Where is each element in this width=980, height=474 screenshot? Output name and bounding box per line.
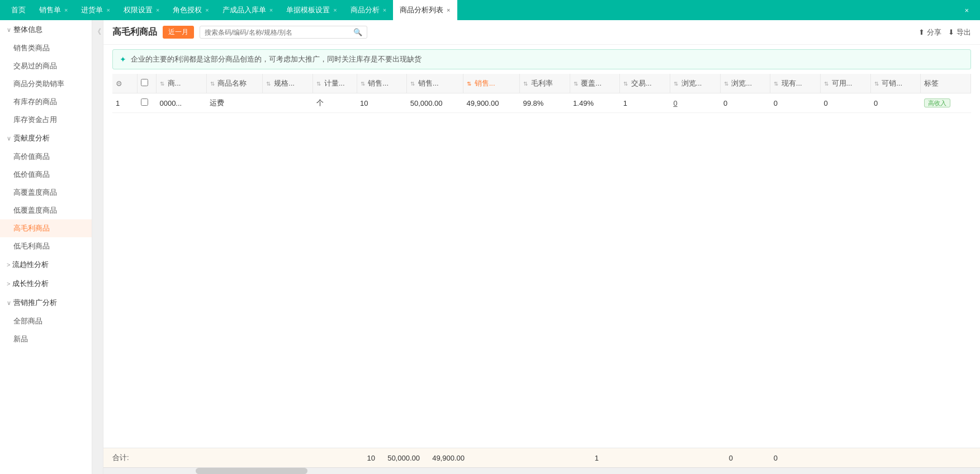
sidebar-item-all-products[interactable]: 全部商品: [0, 312, 92, 330]
cell-name: 运费: [206, 93, 263, 113]
sidebar-item-category-rate[interactable]: 商品分类助销率: [0, 75, 92, 93]
cell-code: 0000...: [156, 93, 206, 113]
close-icon[interactable]: ×: [64, 7, 68, 13]
nav-permissions[interactable]: 权限设置 ×: [117, 0, 166, 20]
close-icon[interactable]: ×: [447, 7, 450, 13]
footer-label: 合计:: [112, 453, 157, 463]
filter-button[interactable]: 近一月: [163, 26, 194, 39]
sidebar-item-high-coverage[interactable]: 高覆盖度商品: [0, 184, 92, 201]
cell-transactions: 1: [620, 93, 670, 113]
col-name: ⇅ 商品名称: [206, 74, 263, 93]
sidebar-group-growth[interactable]: > 成长性分析: [0, 274, 92, 293]
cell-browse1[interactable]: 0: [670, 93, 720, 113]
arrow-icon: ∨: [7, 135, 11, 142]
sort-icon[interactable]: ⇅: [774, 81, 778, 87]
nav-inventory[interactable]: 产成品入库单 ×: [216, 0, 280, 20]
close-icon[interactable]: ×: [156, 7, 159, 13]
arrow-icon: ∨: [7, 26, 11, 34]
horizontal-scrollbar[interactable]: [103, 467, 980, 474]
sort-icon[interactable]: ⇅: [523, 81, 528, 87]
sidebar-item-high-margin[interactable]: 高毛利商品: [0, 219, 92, 237]
cell-checkbox[interactable]: [138, 93, 157, 113]
col-unit: ⇅ 计量...: [313, 74, 357, 93]
sort-icon[interactable]: ⇅: [874, 81, 879, 87]
top-nav: 首页 销售单 × 进货单 × 权限设置 × 角色授权 × 产成品入库单 × 单据…: [0, 0, 980, 20]
sort-icon[interactable]: ⇅: [623, 81, 628, 87]
sort-icon[interactable]: ⇅: [361, 81, 365, 87]
cell-unit: 个: [313, 93, 357, 113]
search-icon[interactable]: 🔍: [353, 28, 362, 36]
col-browse1: ⇅ 浏览...: [670, 74, 720, 93]
close-icon[interactable]: ×: [383, 7, 386, 13]
sidebar-item-stocked-products[interactable]: 有库存的商品: [0, 93, 92, 111]
sidebar: ∨ 整体信息 销售类商品 交易过的商品 商品分类助销率 有库存的商品 库存资金占…: [0, 20, 92, 474]
search-box: 🔍: [200, 26, 367, 39]
sort-icon[interactable]: ⇅: [266, 81, 271, 87]
cell-sales-amount: 50,000.00: [407, 93, 463, 113]
sidebar-group-contribution[interactable]: ∨ 贡献度分析: [0, 129, 92, 148]
tag-badge: 高收入: [924, 98, 950, 107]
nav-template[interactable]: 单据模板设置 ×: [280, 0, 343, 20]
sort-icon[interactable]: ⇅: [410, 81, 415, 87]
close-icon[interactable]: ×: [205, 7, 209, 13]
sidebar-item-traded-products[interactable]: 交易过的商品: [0, 57, 92, 75]
cell-spec: [263, 93, 313, 113]
footer-sales-qty: 10: [334, 454, 378, 462]
sidebar-item-inventory-capital[interactable]: 库存资金占用: [0, 111, 92, 129]
col-spec: ⇅ 规格...: [263, 74, 313, 93]
nav-product-analysis[interactable]: 商品分析 ×: [344, 0, 393, 20]
share-button[interactable]: ⬆ 分享: [919, 27, 941, 37]
cell-index: 1: [112, 93, 138, 113]
export-icon: ⬇: [948, 28, 954, 36]
footer-stock1: 0: [692, 454, 736, 462]
scrollbar-thumb[interactable]: [196, 468, 307, 474]
arrow-icon: >: [7, 280, 10, 287]
select-all-checkbox[interactable]: [141, 79, 148, 86]
col-stock3: ⇅ 可销...: [870, 74, 921, 93]
sidebar-item-low-margin[interactable]: 低毛利商品: [0, 237, 92, 255]
sidebar-collapse-button[interactable]: 《: [92, 20, 103, 474]
sidebar-item-sales-products[interactable]: 销售类商品: [0, 39, 92, 57]
gear-icon[interactable]: ⚙: [116, 79, 122, 88]
close-icon[interactable]: ×: [106, 7, 110, 13]
col-sales-profit: ⇅ 销售...: [463, 74, 520, 93]
col-code: ⇅ 商...: [156, 74, 206, 93]
search-input[interactable]: [205, 29, 353, 36]
close-icon[interactable]: ×: [333, 7, 337, 13]
sidebar-group-overview[interactable]: ∨ 整体信息: [0, 20, 92, 39]
col-checkbox[interactable]: [138, 74, 157, 93]
nav-roles[interactable]: 角色授权 ×: [166, 0, 215, 20]
close-icon[interactable]: ×: [269, 7, 273, 13]
footer-sales-amount: 50,000.00: [378, 454, 423, 462]
table-container: ⚙ ⇅ 商... ⇅ 商品名称: [103, 74, 980, 448]
sidebar-item-low-value[interactable]: 低价值商品: [0, 166, 92, 184]
sidebar-group-marketing[interactable]: ∨ 营销推广分析: [0, 293, 92, 312]
nav-product-analysis-list[interactable]: 商品分析列表 ×: [393, 0, 457, 20]
cell-sales-qty: 10: [357, 93, 407, 113]
sort-icon[interactable]: ⇅: [724, 81, 728, 87]
sort-icon[interactable]: ⇅: [674, 81, 678, 87]
sort-icon[interactable]: ⇅: [574, 81, 578, 87]
sort-icon[interactable]: ⇅: [210, 81, 215, 87]
info-banner: ✦ 企业的主要的利润都是这部分商品创造的，可考虑加大推广，同时关注库存是不要出现…: [112, 49, 971, 69]
sidebar-item-new-products[interactable]: 新品: [0, 330, 92, 348]
cell-stock3: 0: [870, 93, 921, 113]
sidebar-item-low-coverage[interactable]: 低覆盖度商品: [0, 201, 92, 219]
nav-sales[interactable]: 销售单 ×: [32, 0, 74, 20]
sort-icon[interactable]: ⇅: [160, 81, 164, 87]
row-checkbox[interactable]: [141, 98, 148, 106]
cell-stock2: 0: [820, 93, 870, 113]
sidebar-group-trend[interactable]: > 流趋性分析: [0, 255, 92, 274]
export-button[interactable]: ⬇ 导出: [948, 27, 971, 37]
sort-icon[interactable]: ⇅: [316, 81, 321, 87]
sort-icon[interactable]: ⇅: [467, 81, 471, 87]
col-settings[interactable]: ⚙: [112, 74, 138, 93]
nav-purchase[interactable]: 进货单 ×: [74, 0, 116, 20]
close-all-button[interactable]: ×: [958, 6, 976, 15]
sort-icon[interactable]: ⇅: [824, 81, 828, 87]
col-coverage: ⇅ 覆盖...: [570, 74, 620, 93]
cell-browse2: 0: [720, 93, 770, 113]
sidebar-item-high-value[interactable]: 高价值商品: [0, 148, 92, 166]
col-tag: 标签: [921, 74, 971, 93]
nav-home[interactable]: 首页: [4, 0, 32, 20]
